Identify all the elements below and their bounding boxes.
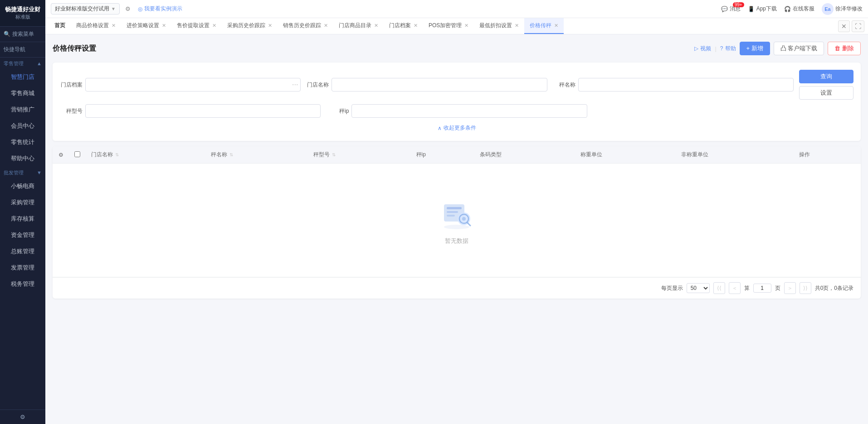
sidebar-item-tax-label: 税务管理 <box>11 280 34 287</box>
add-button[interactable]: + 新增 <box>740 42 770 55</box>
tab-close-icon[interactable]: ✕ <box>212 23 216 29</box>
action-buttons: 查询 设置 <box>799 70 853 100</box>
th-settings[interactable]: ⚙ <box>53 146 69 164</box>
video-link[interactable]: ▷ 视频 <box>694 45 711 53</box>
tab-close-icon[interactable]: ✕ <box>324 23 328 29</box>
th-scale-name: 秤名称 ⇅ <box>205 146 308 164</box>
page-size-select[interactable]: 50 10 20 100 <box>687 283 710 293</box>
store-archive-label: 门店档案 <box>60 81 83 89</box>
pagination: 每页显示 50 10 20 100 ⟨⟨ ＜ 算 1 页 ＞ ⟩⟩ 共0页，0条… <box>53 277 861 299</box>
sidebar-search[interactable]: 🔍 搜索菜单 <box>0 27 45 42</box>
sort-icon: ⇅ <box>115 152 119 157</box>
user-menu[interactable]: Ea 徐泽华修改 <box>822 3 863 15</box>
sidebar-settings-btn[interactable]: ⚙ <box>0 410 45 424</box>
tab-close-icon[interactable]: ✕ <box>554 23 558 29</box>
filter-scale-name: 秤名称 <box>553 78 794 92</box>
scale-name-input[interactable] <box>578 78 794 92</box>
next-page-btn[interactable]: ＞ <box>784 282 796 294</box>
tab-close-icon[interactable]: ✕ <box>268 23 272 29</box>
tab-close-all-btn[interactable]: ✕ <box>838 20 850 32</box>
th-store-name: 门店名称 ⇅ <box>86 146 205 164</box>
sidebar-item-invoice[interactable]: 发票管理 <box>2 260 44 275</box>
tab-store-archive[interactable]: 门店档案 ✕ <box>384 18 423 34</box>
tab-purchase-history-label: 采购历史价跟踪 <box>227 22 265 29</box>
tab-expand-btn[interactable]: ⛶ <box>852 20 864 32</box>
filter-row-1: 门店档案 ··· 门店名称 秤名称 查询 设置 <box>60 70 853 100</box>
tab-purchase-strategy[interactable]: 进价策略设置 ✕ <box>121 18 171 34</box>
online-service-btn[interactable]: 🎧 在线客服 <box>784 5 814 13</box>
store-name-input[interactable] <box>332 78 547 92</box>
sidebar-section-wholesale[interactable]: 批发管理 ▼ <box>0 167 45 178</box>
th-scale-model: 秤型号 ⇅ <box>308 146 411 164</box>
delete-icon: 🗑 <box>834 45 840 52</box>
store-archive-input[interactable] <box>85 78 301 92</box>
table-body: 暂无数据 <box>53 164 861 277</box>
app-download-btn[interactable]: 📱 App下载 <box>748 5 777 13</box>
delete-button[interactable]: 🗑 删除 <box>828 42 861 55</box>
sidebar-item-xiaochang[interactable]: 小畅电商 <box>2 178 44 194</box>
sidebar-item-tax[interactable]: 税务管理 <box>2 276 44 292</box>
topbar-settings-icon[interactable]: ⚙ <box>123 4 132 14</box>
tab-close-icon[interactable]: ✕ <box>112 23 116 29</box>
tab-close-icon[interactable]: ✕ <box>162 23 166 29</box>
filter-collapse-btn[interactable]: ∧ 收起更多条件 <box>60 122 853 134</box>
data-table: ⚙ 门店名称 ⇅ 秤名称 ⇅ <box>53 146 861 277</box>
th-scale-model-label: 秤型号 <box>313 151 330 158</box>
sidebar-expand-icon: ▼ <box>37 170 42 175</box>
scale-model-label: 秤型号 <box>60 107 83 115</box>
sidebar-item-finance[interactable]: 资金管理 <box>2 227 44 243</box>
sidebar-item-member[interactable]: 会员中心 <box>2 118 44 134</box>
sort-icon: ⇅ <box>229 152 233 157</box>
dots-icon[interactable]: ··· <box>292 81 298 89</box>
empty-cell: 暂无数据 <box>53 164 861 277</box>
tab-close-icon[interactable]: ✕ <box>374 23 378 29</box>
demo-link[interactable]: ◎ 我要看实例演示 <box>138 5 182 13</box>
sidebar-item-retail-stats[interactable]: 零售统计 <box>2 135 44 150</box>
sidebar-item-ledger[interactable]: 总账管理 <box>2 244 44 259</box>
service-icon: 🎧 <box>784 6 791 12</box>
sidebar-item-marketing-label: 营销推广 <box>11 106 34 113</box>
tab-sale-history[interactable]: 销售历史价跟踪 ✕ <box>278 18 333 34</box>
download-button[interactable]: 凸 客户端下载 <box>774 42 824 55</box>
message-btn[interactable]: 💬 消息 99+ <box>721 5 741 13</box>
scale-model-input[interactable] <box>85 104 321 118</box>
sidebar-item-retail-mall[interactable]: 零售商城 <box>2 86 44 101</box>
sidebar-item-smart-store[interactable]: 智慧门店 <box>2 69 44 85</box>
tab-home[interactable]: 首页 <box>49 18 71 34</box>
first-page-btn[interactable]: ⟨⟨ <box>713 282 725 294</box>
tab-product-price[interactable]: 商品价格设置 ✕ <box>71 18 121 34</box>
version-selector[interactable]: 好业财标准版交付试用 ▼ <box>51 3 120 14</box>
filter-scale-ip: 秤ip <box>326 104 587 118</box>
tab-pos-mgmt[interactable]: POS加密管理 ✕ <box>423 18 474 34</box>
sidebar-item-inventory[interactable]: 库存核算 <box>2 211 44 226</box>
sidebar-item-purchase-mgmt-label: 采购管理 <box>11 199 34 206</box>
filter-card: 门店档案 ··· 门店名称 秤名称 查询 设置 <box>53 63 861 141</box>
tab-min-discount[interactable]: 最低折扣设置 ✕ <box>474 18 524 34</box>
help-link[interactable]: ? 帮助 <box>720 45 736 53</box>
tab-close-icon[interactable]: ✕ <box>414 23 418 29</box>
prev-page-btn[interactable]: ＜ <box>729 282 741 294</box>
tab-purchase-history[interactable]: 采购历史价跟踪 ✕ <box>222 18 278 34</box>
th-weight-unit-label: 称重单位 <box>580 151 602 158</box>
tab-close-icon[interactable]: ✕ <box>515 23 519 29</box>
th-barcode-type: 条码类型 <box>474 146 575 164</box>
sidebar-quick-nav[interactable]: 快捷导航 <box>0 42 45 58</box>
sidebar-item-help-center[interactable]: 帮助中心 <box>2 151 44 166</box>
query-button[interactable]: 查询 <box>799 70 853 83</box>
tab-store-catalog[interactable]: 门店商品目录 ✕ <box>333 18 384 34</box>
sidebar-section-retail[interactable]: 零售管理 ▲ <box>0 58 45 69</box>
sidebar-item-purchase-mgmt[interactable]: 采购管理 <box>2 195 44 210</box>
sidebar-item-inventory-label: 库存核算 <box>11 215 34 222</box>
page-number-input[interactable]: 1 <box>753 284 771 293</box>
scale-ip-input[interactable] <box>351 104 587 118</box>
sidebar-item-finance-label: 资金管理 <box>11 231 34 238</box>
th-barcode-type-label: 条码类型 <box>480 151 502 158</box>
settings-filter-button[interactable]: 设置 <box>799 86 853 100</box>
sidebar-item-marketing[interactable]: 营销推广 <box>2 102 44 117</box>
last-page-btn[interactable]: ⟩⟩ <box>800 282 811 294</box>
app-icon: 📱 <box>748 6 755 12</box>
tab-close-icon[interactable]: ✕ <box>464 23 468 29</box>
tab-sale-price[interactable]: 售价提取设置 ✕ <box>171 18 222 34</box>
tab-price-scale[interactable]: 价格传秤 ✕ <box>524 18 564 34</box>
select-all-checkbox[interactable] <box>74 151 80 157</box>
